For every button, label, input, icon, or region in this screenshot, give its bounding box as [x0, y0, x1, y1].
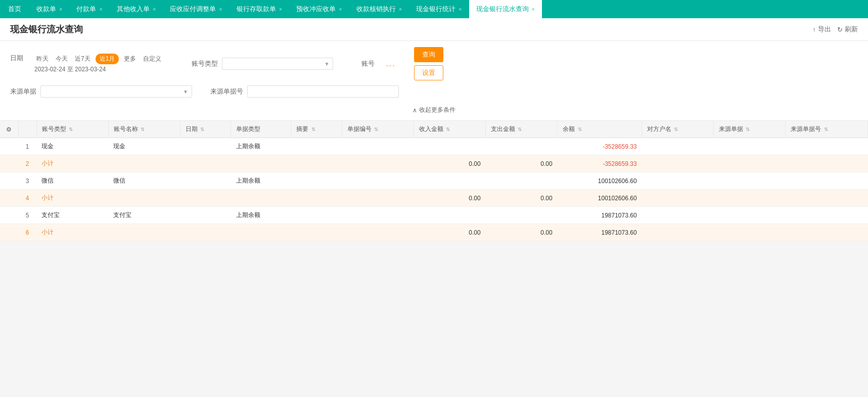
td-doc-no: [342, 224, 414, 241]
td-source-doc: [714, 172, 786, 190]
collapse-button[interactable]: ∧ 收起更多条件: [10, 103, 858, 114]
td-account-type: 微信: [36, 172, 108, 190]
td-source-doc: [714, 155, 786, 172]
account-no-dots[interactable]: ...: [386, 59, 395, 68]
td-source-doc-no: [786, 172, 868, 190]
td-expense: [486, 207, 558, 224]
td-counterparty: [642, 172, 714, 190]
nav-prepay-offset[interactable]: 预收冲应收单 ×: [289, 0, 349, 18]
td-income: 0.00: [414, 190, 486, 207]
td-account-type: 小计: [36, 224, 108, 241]
td-expense: [486, 138, 558, 155]
td-settings: [0, 190, 18, 207]
date-1month[interactable]: 近1月: [96, 54, 119, 64]
th-settings[interactable]: ⚙: [0, 121, 18, 138]
close-payment-icon[interactable]: ×: [99, 0, 102, 18]
td-doc-type: [231, 224, 291, 241]
td-expense: 0.00: [486, 155, 558, 172]
date-custom[interactable]: 自定义: [141, 54, 163, 64]
account-type-select-wrapper: [222, 58, 333, 70]
gear-icon[interactable]: ⚙: [6, 126, 12, 133]
close-prepay-icon[interactable]: ×: [339, 0, 342, 18]
th-counterparty[interactable]: 对方户名 ⇅: [642, 121, 714, 138]
nav-ar-adjustment[interactable]: 应收应付调整单 ×: [163, 0, 229, 18]
close-verify-icon[interactable]: ×: [399, 0, 402, 18]
th-income[interactable]: 收入金额 ⇅: [414, 121, 486, 138]
nav-cash-bank-flow[interactable]: 现金银行流水查询 ×: [469, 0, 542, 18]
source-doc-select-wrapper: [40, 85, 192, 98]
date-shortcuts: 昨天 今天 近7天 近1月 更多 自定义: [34, 54, 163, 64]
td-balance: 19871073.60: [558, 224, 642, 241]
nav-home[interactable]: 首页: [0, 0, 29, 18]
th-expense[interactable]: 支出金额 ⇅: [486, 121, 558, 138]
th-source-doc-no[interactable]: 来源单据号 ⇅: [786, 121, 868, 138]
td-account-type: 小计: [36, 190, 108, 207]
th-source-doc[interactable]: 来源单据 ⇅: [714, 121, 786, 138]
td-num: 3: [18, 172, 36, 190]
td-source-doc-no: [786, 224, 868, 241]
td-source-doc-no: [786, 138, 868, 155]
td-expense: [486, 172, 558, 190]
nav-receipt[interactable]: 收款单 ×: [29, 0, 69, 18]
close-stat-icon[interactable]: ×: [459, 0, 462, 18]
refresh-icon: ↻: [837, 26, 843, 33]
refresh-button[interactable]: ↻ 刷新: [837, 25, 858, 34]
th-account-name[interactable]: 账号名称 ⇅: [108, 121, 180, 138]
nav-receipt-verify[interactable]: 收款核销执行 ×: [349, 0, 409, 18]
source-doc-no-input[interactable]: [247, 85, 399, 98]
account-type-select[interactable]: [222, 58, 333, 70]
td-settings: [0, 155, 18, 172]
td-summary: [291, 138, 342, 155]
td-account-type: 小计: [36, 155, 108, 172]
td-account-name: [108, 224, 180, 241]
close-receipt-icon[interactable]: ×: [59, 0, 62, 18]
td-counterparty: [642, 138, 714, 155]
close-bank-deposit-icon[interactable]: ×: [279, 0, 282, 18]
date-7days[interactable]: 近7天: [73, 54, 93, 64]
td-summary: [291, 224, 342, 241]
td-source-doc: [714, 190, 786, 207]
export-button[interactable]: ↑ 导出: [813, 25, 832, 34]
nav-bank-deposit[interactable]: 银行存取款单 ×: [230, 0, 289, 18]
td-doc-type: 上期余额: [231, 138, 291, 155]
date-more[interactable]: 更多: [122, 54, 138, 64]
td-source-doc: [714, 224, 786, 241]
td-num: 6: [18, 224, 36, 241]
page-header: 现金银行流水查询 ↑ 导出 ↻ 刷新: [0, 18, 868, 41]
filter-row-1: 日期 昨天 今天 近7天 近1月 更多 自定义 2023-02-24 至 202…: [10, 47, 858, 80]
settings-button[interactable]: 设置: [414, 65, 443, 80]
td-account-name: 现金: [108, 138, 180, 155]
nav-other-income[interactable]: 其他收入单 ×: [110, 0, 163, 18]
td-doc-no: [342, 138, 414, 155]
th-balance[interactable]: 余额 ⇅: [558, 121, 642, 138]
close-other-income-icon[interactable]: ×: [153, 0, 156, 18]
td-account-name: [108, 155, 180, 172]
td-account-name: 微信: [108, 172, 180, 190]
export-icon: ↑: [813, 26, 816, 33]
td-balance: -3528659.33: [558, 155, 642, 172]
date-today[interactable]: 今天: [54, 54, 70, 64]
date-yesterday[interactable]: 昨天: [34, 54, 51, 64]
th-summary[interactable]: 摘要 ⇅: [291, 121, 342, 138]
close-flow-icon[interactable]: ×: [532, 0, 535, 18]
query-button[interactable]: 查询: [414, 47, 443, 62]
td-income: 0.00: [414, 155, 486, 172]
td-date: [180, 155, 231, 172]
td-doc-type: [231, 190, 291, 207]
th-date[interactable]: 日期 ⇅: [180, 121, 231, 138]
td-doc-no: [342, 172, 414, 190]
source-doc-select[interactable]: [40, 85, 192, 98]
th-account-type[interactable]: 账号类型 ⇅: [36, 121, 108, 138]
td-summary: [291, 172, 342, 190]
th-doc-no[interactable]: 单据编号 ⇅: [342, 121, 414, 138]
source-doc-label: 来源单据: [10, 87, 36, 96]
close-ar-icon[interactable]: ×: [219, 0, 222, 18]
nav-cash-bank-stat[interactable]: 现金银行统计 ×: [409, 0, 469, 18]
td-source-doc: [714, 207, 786, 224]
td-doc-no: [342, 207, 414, 224]
td-doc-type: [231, 155, 291, 172]
top-nav: 首页 收款单 × 付款单 × 其他收入单 × 应收应付调整单 × 银行存取款单 …: [0, 0, 868, 18]
nav-payment[interactable]: 付款单 ×: [69, 0, 109, 18]
table-row: 5 支付宝 支付宝 上期余额 19871073.60: [0, 207, 868, 224]
td-balance: 19871073.60: [558, 207, 642, 224]
